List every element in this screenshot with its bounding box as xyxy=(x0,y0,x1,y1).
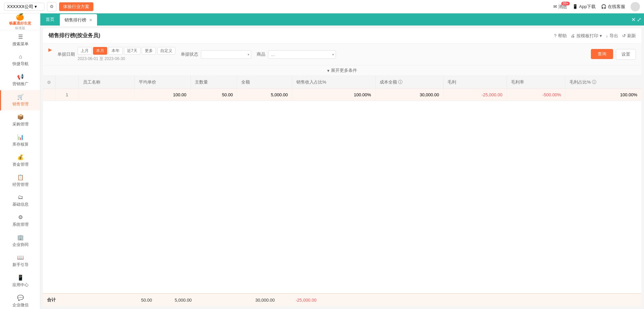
goods-input[interactable] xyxy=(268,50,336,59)
purchase-icon: 📦 xyxy=(17,114,24,120)
app-label: App下载 xyxy=(579,4,596,10)
date-btn-more[interactable]: 更多 xyxy=(142,47,156,55)
header-actions: ? 帮助 🖨 按模板打印 ▾ ↓ 导出 ↺ 刷新 xyxy=(554,33,636,39)
th-sales-pct: 销售收入占比% xyxy=(292,76,375,89)
th-qty: 主数量 xyxy=(190,76,237,89)
goods-filter-label: 商品 xyxy=(257,51,265,57)
company-selector[interactable]: XXXXXX公司 ▾ xyxy=(4,3,44,11)
sidebar-label-inventory: 库存核算 xyxy=(12,142,29,147)
service-label: 在线客服 xyxy=(608,4,625,10)
sidebar-item-inventory[interactable]: 📊 库存核算 xyxy=(0,131,40,151)
th-gross-rate: 毛利率 xyxy=(507,76,565,89)
tab-sales-ranking[interactable]: 销售排行榜 ✕ xyxy=(60,14,97,26)
app-download-button[interactable]: 📱 App下载 xyxy=(572,4,596,10)
sidebar-item-basic[interactable]: 🗂 基础信息 xyxy=(0,191,40,211)
expand-btn[interactable]: ▾ 展开更多条件 xyxy=(327,67,357,73)
td-amount: 5,000.00 xyxy=(237,89,292,101)
tab-close-icon[interactable]: ✕ xyxy=(89,18,92,22)
date-options: 上月 本月 本年 近7天 更多 自定义 2023-06-01 至 2023-06… xyxy=(78,47,175,62)
date-btn-this-month[interactable]: 本月 xyxy=(93,47,107,55)
sidebar-item-wechat[interactable]: 💬 企业微信 xyxy=(0,291,40,309)
top-bar: XXXXXX公司 ▾ ⚙ 体验行业方案 ✉ 消息 99+ 📱 App下载 🎧 在… xyxy=(0,0,644,13)
table-footer: 合计 50.00 5,000.00 30,000.00 -25,000.00 xyxy=(43,293,641,306)
sales-icon: 🛒 xyxy=(17,94,24,100)
table-row: 1 100.00 50.00 5,000.00 100.00% 30,000.0… xyxy=(43,89,641,101)
settings-icon[interactable]: ⚙ xyxy=(47,2,56,11)
sidebar-label-finance: 资金管理 xyxy=(12,162,29,167)
page-header: 销售排行榜(按业务员) ? 帮助 🖨 按模板打印 ▾ ↓ 导出 xyxy=(43,28,641,44)
sidebar-label-marketing: 营销推广 xyxy=(12,81,29,87)
sidebar-label-apps: 应用中心 xyxy=(12,282,29,288)
phone-icon: 📱 xyxy=(572,4,578,9)
print-button[interactable]: 🖨 按模板打印 ▾ xyxy=(571,33,602,39)
sidebar-item-finance[interactable]: 💰 资金管理 xyxy=(0,151,40,171)
td-settings xyxy=(43,89,55,101)
th-gross-pct: 毛利占比% ⓘ xyxy=(565,76,641,89)
table-header: ⚙ 员工名称 平均单价 主数量 全额 销售收入占比% 成本全额 ⓘ 毛利 毛利率… xyxy=(43,76,641,89)
sidebar-item-guide[interactable]: 📖 新手引导 xyxy=(0,251,40,271)
status-filter: 单据状态 ▾ xyxy=(181,50,251,59)
help-button[interactable]: ? 帮助 xyxy=(554,33,566,39)
date-btn-this-year[interactable]: 本年 xyxy=(109,47,123,55)
footer-cost: 30,000.00 xyxy=(255,298,289,303)
export-label: 导出 xyxy=(609,33,618,39)
status-select-wrapper: ▾ xyxy=(201,50,251,59)
date-filter-label: 单据日期 xyxy=(57,51,75,57)
sidebar-item-marketing[interactable]: 📢 营销推广 xyxy=(0,70,40,90)
filter-actions: 查询 设置 xyxy=(591,49,636,60)
footer-amount-val: 5,000.00 xyxy=(175,298,192,303)
tab-maximize-btn[interactable]: ⤢ xyxy=(637,16,641,23)
home-icon: ⌂ xyxy=(19,54,22,60)
sidebar-item-search[interactable]: ☰ 搜索菜单 xyxy=(0,30,40,50)
tab-home[interactable]: 首页 xyxy=(40,13,60,25)
sidebar-item-enterprise[interactable]: 🏢 企业协同 xyxy=(0,231,40,251)
avatar[interactable] xyxy=(631,2,640,11)
collapse-arrow[interactable]: ▶ xyxy=(48,47,52,52)
marketing-icon: 📢 xyxy=(17,73,24,80)
search-button[interactable]: 查询 xyxy=(591,49,613,59)
print-label: 按模板打印 xyxy=(576,33,598,39)
status-filter-label: 单据状态 xyxy=(181,51,198,57)
refresh-button[interactable]: ↺ 刷新 xyxy=(622,33,636,39)
settings-button[interactable]: 设置 xyxy=(616,49,636,60)
online-service-button[interactable]: 🎧 在线客服 xyxy=(601,4,625,10)
date-group: 上月 本月 本年 近7天 更多 自定义 xyxy=(78,47,175,55)
td-rank: 1 xyxy=(55,89,79,101)
td-avg-price: 100.00 xyxy=(135,89,191,101)
export-icon: ↓ xyxy=(606,33,608,38)
help-icon: ? xyxy=(554,33,556,38)
footer-qty-val: 50.00 xyxy=(141,298,152,303)
date-btn-custom[interactable]: 自定义 xyxy=(157,47,175,55)
th-settings: ⚙ xyxy=(43,76,55,89)
sidebar-item-sales[interactable]: 🛒 销售管理 xyxy=(0,90,40,110)
sidebar-item-system[interactable]: ⚙ 系统管理 xyxy=(0,211,40,231)
date-btn-7days[interactable]: 近7天 xyxy=(124,47,140,55)
page-content: 销售排行榜(按业务员) ? 帮助 🖨 按模板打印 ▾ ↓ 导出 xyxy=(43,28,641,306)
td-gross: -25,000.00 xyxy=(443,89,507,101)
headset-icon: 🎧 xyxy=(601,4,606,9)
th-cost: 成本全额 ⓘ xyxy=(375,76,443,89)
export-button[interactable]: ↓ 导出 xyxy=(606,33,618,39)
sidebar-label-purchase: 采购管理 xyxy=(12,121,29,127)
date-filter: 单据日期 上月 本月 本年 近7天 更多 自定义 2023-06-01 至 20… xyxy=(57,47,175,62)
search-menu-icon: ☰ xyxy=(18,34,23,40)
sidebar-item-operation[interactable]: 📋 经营管理 xyxy=(0,171,40,191)
tab-close-btn[interactable]: ✕ xyxy=(631,16,636,23)
message-button[interactable]: ✉ 消息 99+ xyxy=(553,4,567,10)
th-amount: 全额 xyxy=(237,76,292,89)
chevron-down-icon: ▾ xyxy=(35,4,37,9)
status-select[interactable] xyxy=(201,50,251,59)
sidebar-item-purchase[interactable]: 📦 采购管理 xyxy=(0,110,40,131)
filter-row: 单据日期 上月 本月 本年 近7天 更多 自定义 2023-06-01 至 20… xyxy=(57,47,636,62)
sidebar-item-apps[interactable]: 📱 应用中心 xyxy=(0,271,40,291)
operation-icon: 📋 xyxy=(17,174,24,181)
page-title: 销售排行榜(按业务员) xyxy=(48,32,100,39)
date-btn-last-month[interactable]: 上月 xyxy=(78,47,92,55)
sidebar-item-quick[interactable]: ⌂ 快捷导航 xyxy=(0,50,40,70)
finance-icon: 💰 xyxy=(17,154,24,160)
sidebar-label-quick: 快捷导航 xyxy=(12,61,29,67)
trial-button[interactable]: 体验行业方案 xyxy=(59,2,93,11)
td-name xyxy=(79,89,135,101)
logo-sub: 标准版 xyxy=(15,26,25,31)
sidebar-label-enterprise: 企业协同 xyxy=(12,242,29,248)
